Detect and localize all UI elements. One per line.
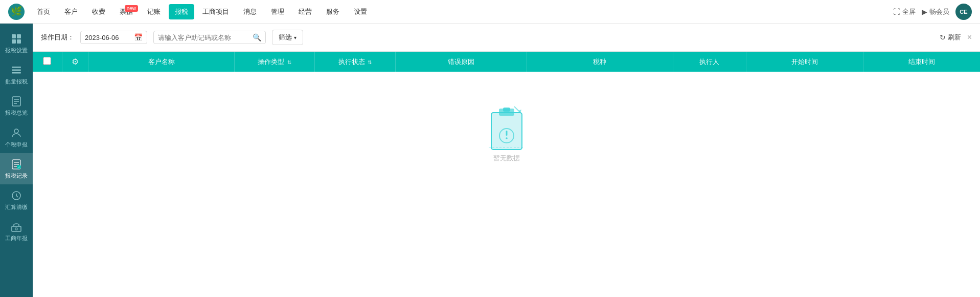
tax-summary-icon xyxy=(10,95,22,108)
svg-line-22 xyxy=(16,196,18,197)
filter-button[interactable]: 筛选 ▾ xyxy=(272,30,303,45)
video-icon: ▶ xyxy=(922,8,927,16)
sidebar-label-annual-report: 工商年报 xyxy=(5,235,28,242)
th-end-time: 结束时间 xyxy=(863,52,980,72)
search-icon: 🔍 xyxy=(253,33,261,41)
sidebar-item-tax-summary[interactable]: 报税总览 xyxy=(0,90,33,121)
select-all-checkbox[interactable] xyxy=(43,57,51,65)
user-avatar[interactable]: CE xyxy=(955,4,972,20)
nav-operation[interactable]: 经营 xyxy=(292,4,318,19)
filter-label: 筛选 xyxy=(279,33,292,42)
invoice-badge: new xyxy=(125,5,138,12)
sidebar: 报税设置 批量报税 报税总览 xyxy=(0,24,33,297)
th-executor: 执行人 xyxy=(673,52,746,72)
svg-rect-5 xyxy=(17,39,21,44)
fullscreen-label: 全屏 xyxy=(902,7,916,16)
sidebar-label-settlement: 汇算清缴 xyxy=(5,204,28,210)
th-error-reason: 错误原因 xyxy=(395,52,527,72)
sidebar-item-tax-record[interactable]: ✓ 报税记录 xyxy=(0,153,33,184)
svg-rect-8 xyxy=(12,72,21,74)
svg-text:🌿: 🌿 xyxy=(11,6,22,17)
svg-rect-23 xyxy=(12,226,21,231)
th-exec-status[interactable]: 执行状态 ⇅ xyxy=(315,52,395,72)
sidebar-label-tax-record: 报税记录 xyxy=(5,173,28,179)
sidebar-item-batch-tax[interactable]: 批量报税 xyxy=(0,59,33,90)
svg-point-31 xyxy=(506,137,508,139)
top-nav: 🌿 首页 客户 收费 票据 new 记账 报税 工商项目 消息 管理 经营 服务… xyxy=(0,0,980,24)
exec-status-sort-icon: ⇅ xyxy=(368,59,372,65)
nav-customer[interactable]: 客户 xyxy=(58,4,84,19)
refresh-icon: ↻ xyxy=(940,33,946,41)
sidebar-item-personal-tax[interactable]: 个税申报 xyxy=(0,122,33,153)
toolbar-right: ↻ 刷新 × xyxy=(940,33,972,42)
nav-tax[interactable]: 报税 xyxy=(169,4,194,19)
main-layout: 报税设置 批量报税 报税总览 xyxy=(0,24,980,297)
sidebar-item-settlement[interactable]: 汇算清缴 xyxy=(0,184,33,216)
svg-rect-30 xyxy=(506,131,507,136)
data-table: ⚙ 客户名称 操作类型 ⇅ 执行状态 ⇅ xyxy=(33,52,980,194)
th-op-type[interactable]: 操作类型 ⇅ xyxy=(235,52,315,72)
nav-message[interactable]: 消息 xyxy=(237,4,263,19)
sidebar-label-personal-tax: 个税申报 xyxy=(5,141,28,148)
fullscreen-icon: ⛶ xyxy=(893,8,900,16)
sidebar-item-tax-settings[interactable]: 报税设置 xyxy=(0,28,33,59)
svg-rect-3 xyxy=(17,34,21,38)
search-box[interactable]: 🔍 xyxy=(153,31,266,44)
refresh-button[interactable]: ↻ 刷新 xyxy=(940,33,961,42)
svg-rect-28 xyxy=(503,108,510,112)
sidebar-item-annual-report[interactable]: 工商年报 xyxy=(0,216,33,247)
th-customer-name: 客户名称 xyxy=(88,52,235,72)
member-btn[interactable]: ▶ 畅会员 xyxy=(922,7,949,16)
close-button[interactable]: × xyxy=(967,33,972,42)
op-type-sort-icon: ⇅ xyxy=(287,59,291,65)
column-settings-icon[interactable]: ⚙ xyxy=(72,57,79,66)
svg-point-13 xyxy=(14,129,18,133)
sidebar-label-batch-tax: 批量报税 xyxy=(5,78,28,85)
refresh-label: 刷新 xyxy=(948,33,961,42)
nav-invoice[interactable]: 票据 new xyxy=(113,4,139,19)
date-picker[interactable]: 📅 xyxy=(80,31,147,44)
nav-items: 首页 客户 收费 票据 new 记账 报税 工商项目 消息 管理 经营 服务 设… xyxy=(31,4,893,19)
toolbar: 操作日期： 📅 🔍 筛选 ▾ ↻ 刷新 × xyxy=(33,24,980,52)
table-header-row: ⚙ 客户名称 操作类型 ⇅ 执行状态 ⇅ xyxy=(33,52,980,72)
svg-rect-7 xyxy=(12,70,21,71)
th-start-time: 开始时间 xyxy=(746,52,863,72)
svg-rect-24 xyxy=(15,228,17,230)
th-tax-type: 税种 xyxy=(527,52,673,72)
nav-accounts[interactable]: 记账 xyxy=(141,4,167,19)
member-label: 畅会员 xyxy=(929,7,949,16)
nav-bizproject[interactable]: 工商项目 xyxy=(196,4,235,19)
personal-tax-icon xyxy=(10,127,22,139)
annual-report-icon xyxy=(10,221,22,233)
empty-state-row: 暂无数据 xyxy=(33,72,980,194)
empty-state-text: 暂无数据 xyxy=(493,154,520,163)
nav-billing[interactable]: 收费 xyxy=(86,4,111,19)
fullscreen-btn[interactable]: ⛶ 全屏 xyxy=(893,7,916,16)
th-settings: ⚙ xyxy=(62,52,88,72)
table-container: ⚙ 客户名称 操作类型 ⇅ 执行状态 ⇅ xyxy=(33,52,980,297)
nav-service[interactable]: 服务 xyxy=(320,4,346,19)
sidebar-label-tax-summary: 报税总览 xyxy=(5,110,28,116)
sidebar-label-tax-settings: 报税设置 xyxy=(5,47,28,54)
svg-rect-2 xyxy=(12,34,16,38)
table-body: 暂无数据 xyxy=(33,72,980,194)
tax-record-icon: ✓ xyxy=(10,158,22,171)
date-input[interactable] xyxy=(85,34,131,41)
date-label: 操作日期： xyxy=(41,33,74,42)
calendar-icon: 📅 xyxy=(134,33,143,41)
th-checkbox xyxy=(33,52,62,72)
nav-right: ⛶ 全屏 ▶ 畅会员 CE xyxy=(893,4,972,20)
chevron-down-icon: ▾ xyxy=(294,35,297,40)
svg-rect-4 xyxy=(12,39,16,44)
content-area: 操作日期： 📅 🔍 筛选 ▾ ↻ 刷新 × xyxy=(33,24,980,297)
svg-text:✓: ✓ xyxy=(18,166,20,169)
svg-rect-6 xyxy=(12,67,21,68)
nav-settings[interactable]: 设置 xyxy=(348,4,373,19)
batch-tax-icon xyxy=(10,64,22,76)
empty-illustration xyxy=(484,102,530,154)
nav-home[interactable]: 首页 xyxy=(31,4,56,19)
search-input[interactable] xyxy=(158,34,249,41)
nav-manage[interactable]: 管理 xyxy=(265,4,290,19)
app-logo[interactable]: 🌿 xyxy=(8,4,25,20)
tax-settings-icon xyxy=(10,33,22,45)
